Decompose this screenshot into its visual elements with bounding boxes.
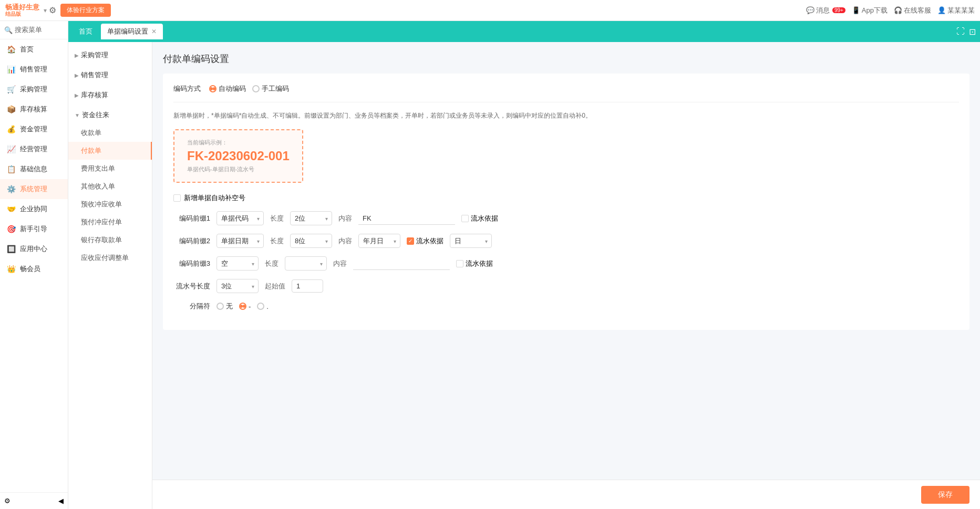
sec-group-inventory: ▶ 库存核算 (68, 86, 152, 104)
tab-close-icon[interactable]: ✕ (151, 28, 157, 35)
prefix2-content-select[interactable]: 年月日 (358, 234, 400, 248)
sec-item-pre-receipt[interactable]: 预收冲应收单 (68, 195, 152, 213)
sidebar-item-system[interactable]: ⚙️ 系统管理 (0, 179, 68, 199)
serial-row: 流水号长度 3位 ▾ 起始值 (173, 279, 959, 293)
guide-icon: 🎯 (6, 224, 16, 234)
system-icon: ⚙️ (6, 184, 16, 194)
sec-group-purchase-header[interactable]: ▶ 采购管理 (68, 46, 152, 64)
trial-button[interactable]: 体验行业方案 (60, 4, 111, 17)
basic-icon: 📋 (6, 164, 16, 174)
message-badge: 99+ (832, 7, 845, 13)
sidebar-item-guide[interactable]: 🎯 新手引导 (0, 219, 68, 239)
sidebar-item-sales[interactable]: 📊 销售管理 (0, 59, 68, 79)
prefix1-select[interactable]: 单据代码 (216, 211, 264, 225)
sec-group-sales-header[interactable]: ▶ 销售管理 (68, 66, 152, 84)
user-avatar: 👤 (937, 6, 946, 14)
encoding-mode-row: 编码方式 自动编码 手工编码 (173, 84, 959, 102)
serial-length-wrapper: 3位 ▾ (216, 279, 259, 293)
prefix1-content-input (358, 212, 455, 225)
sidebar-item-home[interactable]: 🏠 首页 (0, 39, 68, 59)
prefix3-content-input (353, 257, 450, 270)
inventory-icon: 📦 (6, 105, 16, 114)
auto-encode-radio[interactable]: 自动编码 (209, 84, 246, 94)
sec-item-pre-payment[interactable]: 预付冲应付单 (68, 213, 152, 231)
save-button[interactable]: 保存 (921, 486, 969, 504)
sidebar-item-inventory[interactable]: 📦 库存核算 (0, 99, 68, 119)
sec-group-inventory-header[interactable]: ▶ 库存核算 (68, 86, 152, 104)
sec-group-purchase: ▶ 采购管理 (68, 46, 152, 64)
prefix1-length-wrapper: 2位 ▾ (290, 211, 332, 225)
chevron-right-icon: ▶ (75, 53, 79, 58)
tab-encoding-settings[interactable]: 单据编码设置 ✕ (101, 24, 163, 39)
serial-length-label: 流水号长度 (173, 282, 210, 291)
sep-none-radio[interactable]: 无 (216, 302, 233, 311)
message-item[interactable]: 💬 消息 99+ (806, 6, 845, 15)
sidebar-item-finance[interactable]: 💰 资金管理 (0, 119, 68, 139)
member-icon: 👑 (6, 264, 16, 274)
sep-dash-dot (239, 303, 246, 310)
prefix1-serial-label: 流水依据 (471, 214, 498, 223)
prefix2-select[interactable]: 单据日期 (216, 234, 264, 248)
auto-encode-dot (209, 85, 216, 92)
sidebar-item-basic[interactable]: 📋 基础信息 (0, 159, 68, 179)
sidebar-item-purchase[interactable]: 🛒 采购管理 (0, 79, 68, 99)
prefix2-serial-checkbox[interactable]: ✓ (407, 237, 414, 245)
tab-bar: 首页 单据编码设置 ✕ ⛶ ⊡ (68, 21, 980, 42)
apps-icon: 🔲 (6, 244, 16, 254)
settings-bottom-icon[interactable]: ⚙ (4, 497, 11, 505)
collapse-icon[interactable]: ◀ (58, 497, 64, 505)
sep-dash-radio[interactable]: - (239, 303, 251, 310)
serial-length-select[interactable]: 3位 (216, 279, 259, 293)
serial-start-label: 起始值 (265, 282, 285, 291)
sidebar-item-operation[interactable]: 📈 经营管理 (0, 139, 68, 159)
prefix3-select[interactable]: 空 (216, 256, 259, 271)
app-download-item[interactable]: 📱 App下载 (852, 6, 888, 15)
auto-fill-label: 新增单据自动补空号 (184, 193, 245, 203)
sidebar-bottom: ⚙ ◀ (0, 492, 68, 509)
sec-item-payment[interactable]: 付款单 (68, 142, 152, 160)
finance-icon: 💰 (6, 124, 16, 134)
sec-item-bank[interactable]: 银行存取款单 (68, 231, 152, 249)
sec-item-receipt[interactable]: 收款单 (68, 124, 152, 142)
tab-minimize-icon[interactable]: ⛶ (956, 27, 965, 36)
user-item[interactable]: 👤 某某某某 (937, 6, 975, 15)
settings-icon[interactable]: ⚙ (49, 5, 56, 15)
prefix1-select-wrapper: 单据代码 ▾ (216, 211, 264, 225)
prefix1-length-select[interactable]: 2位 (290, 211, 332, 225)
tab-home[interactable]: 首页 (73, 24, 99, 39)
chevron-right-icon: ▶ (75, 92, 79, 98)
encoding-mode-label: 编码方式 (173, 84, 201, 94)
sep-dot-radio[interactable]: . (257, 303, 269, 310)
separator-label: 分隔符 (173, 302, 210, 311)
sec-item-other-income[interactable]: 其他收入单 (68, 178, 152, 195)
sidebar-item-enterprise[interactable]: 🤝 企业协同 (0, 199, 68, 219)
sidebar-search[interactable]: 🔍 搜索菜单 (0, 21, 68, 39)
content-area: ▶ 采购管理 ▶ 销售管理 ▶ 库存核算 (68, 42, 980, 509)
nav-arrow[interactable]: ▾ (44, 7, 47, 14)
sec-item-expense[interactable]: 费用支出单 (68, 160, 152, 178)
sec-item-adjustment[interactable]: 应收应付调整单 (68, 249, 152, 267)
manual-encode-radio[interactable]: 手工编码 (252, 84, 289, 94)
prefix2-unit-select[interactable]: 日 (450, 234, 492, 248)
serial-start-input[interactable] (292, 279, 323, 293)
prefix1-length-label: 长度 (270, 214, 284, 223)
prefix3-content-label: 内容 (333, 259, 347, 268)
top-bar-left: 畅通好生意 结品版 ▾ ⚙ 体验行业方案 (5, 3, 111, 18)
tab-expand-icon[interactable]: ⊡ (969, 27, 976, 37)
prefix3-serial-checkbox[interactable] (456, 260, 463, 267)
main-content: 付款单编码设置 编码方式 自动编码 (152, 42, 980, 480)
operation-icon: 📈 (6, 144, 16, 154)
sec-group-fund-header[interactable]: ▼ 资金往来 (68, 106, 152, 124)
online-service-item[interactable]: 🎧 在线客服 (894, 6, 931, 15)
prefix3-row: 编码前缀3 空 ▾ 长度 (173, 256, 959, 271)
prefix3-length-wrapper: ▾ (285, 256, 327, 271)
prefix1-serial-checkbox[interactable] (461, 215, 469, 222)
sidebar-item-member[interactable]: 👑 畅会员 (0, 259, 68, 279)
sidebar-item-apps[interactable]: 🔲 应用中心 (0, 239, 68, 259)
prefix3-serial-label: 流水依据 (466, 259, 493, 268)
prefix2-length-select[interactable]: 8位 (290, 234, 332, 248)
auto-fill-checkbox[interactable] (173, 194, 181, 202)
prefix2-label: 编码前缀2 (173, 236, 210, 246)
prefix2-content-label: 内容 (338, 236, 352, 246)
prefix3-length-select[interactable] (285, 256, 327, 271)
